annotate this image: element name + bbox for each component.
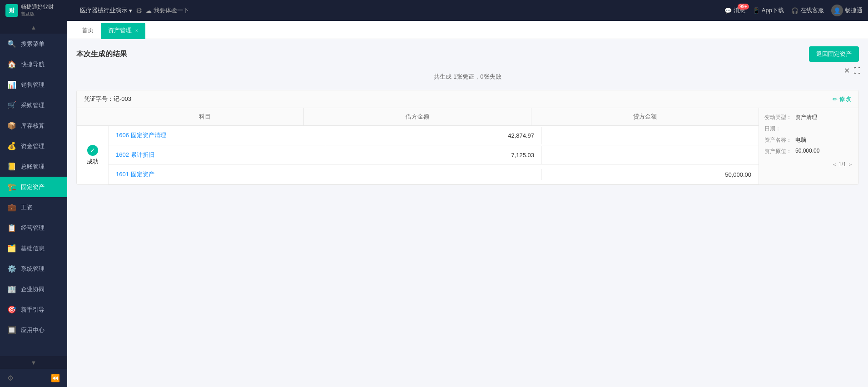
back-to-fixed-assets-button[interactable]: 返回固定资产	[809, 46, 859, 62]
table-header: 科目 借方金额 贷方金额	[77, 108, 759, 126]
logo-text: 畅捷通好业财	[21, 4, 54, 11]
voucher-table: 科目 借方金额 贷方金额 ✓ 成功 16	[77, 108, 858, 184]
debit-cell: 7,125.03	[325, 146, 542, 164]
expand-panel-button[interactable]: ⛶	[853, 67, 861, 75]
user-menu[interactable]: 👤 畅捷通	[831, 5, 863, 16]
home-icon: 🏠	[7, 60, 16, 69]
funds-icon: 💰	[7, 142, 16, 150]
messages-button[interactable]: 💬 消息 99+	[724, 6, 745, 15]
sidebar-item-enterprise[interactable]: 🏢 企业协同	[0, 279, 67, 299]
mobile-icon: 📱	[753, 7, 760, 14]
messages-badge: 99+	[738, 4, 749, 10]
salary-icon: 💼	[7, 203, 16, 212]
change-type-value: 资产清理	[795, 114, 817, 121]
edit-icon: ✏	[833, 96, 838, 103]
subject-cell[interactable]: 1606 固定资产清理	[109, 126, 325, 145]
sidebar-item-apps[interactable]: 🔲 应用中心	[0, 320, 67, 340]
sidebar-item-system[interactable]: ⚙️ 系统管理	[0, 258, 67, 279]
collapse-icon[interactable]: ⏪	[51, 374, 60, 382]
subject-cell[interactable]: 1601 固定资产	[109, 165, 325, 184]
asset-name-label: 资产名称：	[764, 136, 792, 144]
voucher-header: 凭证字号：记-003 ✏ 修改	[77, 90, 858, 108]
online-service-button[interactable]: 🎧 在线客服	[791, 6, 824, 15]
prev-page-icon[interactable]: ＜	[832, 161, 837, 168]
date-label: 日期：	[764, 125, 781, 133]
sidebar-scroll-down[interactable]: ▼	[0, 356, 67, 369]
sales-icon: 📊	[7, 80, 16, 89]
fixed-assets-icon: 🏗️	[7, 183, 16, 191]
headset-icon: 🎧	[791, 7, 799, 14]
page-info: 1/1	[838, 161, 848, 168]
gear-icon[interactable]: ⚙	[7, 374, 14, 382]
sidebar-scroll-up[interactable]: ▲	[0, 21, 67, 34]
sidebar-item-label: 总账管理	[21, 163, 45, 171]
sidebar-item-funds[interactable]: 💰 资金管理	[0, 136, 67, 156]
original-value-label: 资产原值：	[764, 148, 792, 155]
page-title: 本次生成的结果	[76, 50, 127, 59]
logo-sub: 普及版	[21, 11, 54, 17]
sidebar-item-ledger[interactable]: 📒 总账管理	[0, 156, 67, 177]
th-subject: 科目	[77, 108, 304, 125]
panel-controls: ✕ ⛶	[844, 66, 861, 75]
check-icon: ✓	[87, 145, 98, 156]
topbar-center: 医疗器械行业演示 ▾ ⚙ ☁ 我要体验一下	[73, 6, 724, 15]
sidebar-item-label: 新手引导	[21, 306, 45, 314]
sidebar-item-label: 采购管理	[21, 101, 45, 109]
page-header: 本次生成的结果 返回固定资产	[76, 46, 859, 62]
tab-close-icon[interactable]: ×	[135, 28, 138, 33]
sidebar-item-salary[interactable]: 💼 工资	[0, 197, 67, 218]
logo-icon: 财	[5, 4, 18, 17]
basic-icon: 🗂️	[7, 244, 16, 253]
voucher-row-3: 1601 固定资产 50,000.00	[109, 165, 759, 184]
user-name: 畅捷通	[845, 6, 863, 15]
sidebar-item-operations[interactable]: 📋 经营管理	[0, 218, 67, 238]
sidebar: ▲ 🔍 搜索菜单 🏠 快捷导航 📊 销售管理 🛒 采购管理 📦 库存核算	[0, 21, 67, 387]
trial-label: 我要体验一下	[154, 6, 189, 15]
tab-asset-management[interactable]: 资产管理 ×	[101, 23, 145, 39]
pagination: ＜ 1/1 ＞	[764, 161, 853, 169]
sidebar-item-quicknav[interactable]: 🏠 快捷导航	[0, 54, 67, 74]
sidebar-item-purchase[interactable]: 🛒 采购管理	[0, 95, 67, 115]
table-row: ✓ 成功 1606 固定资产清理 42,874.97 160	[77, 126, 759, 184]
voucher-row-2: 1602 累计折旧 7,125.03	[109, 145, 759, 165]
sidebar-item-guide[interactable]: 🎯 新手引导	[0, 299, 67, 320]
search-icon: 🔍	[7, 40, 16, 48]
sidebar-item-basic[interactable]: 🗂️ 基础信息	[0, 238, 67, 258]
success-label: 成功	[87, 158, 99, 166]
apps-icon: 🔲	[7, 326, 16, 334]
sidebar-item-fixed-assets[interactable]: 🏗️ 固定资产	[0, 177, 67, 197]
topbar-right: 💬 消息 99+ 📱 App下载 🎧 在线客服 👤 畅捷通	[724, 5, 863, 16]
company-name: 医疗器械行业演示	[80, 6, 127, 15]
company-selector[interactable]: 医疗器械行业演示 ▾	[80, 6, 132, 15]
th-debit: 借方金额	[304, 108, 531, 125]
th-credit: 贷方金额	[531, 108, 759, 125]
original-value-value: 50,000.00	[795, 148, 819, 155]
tab-bar: 首页 资产管理 ×	[67, 21, 868, 39]
sidebar-item-label: 搜索菜单	[21, 40, 45, 48]
subject-cell[interactable]: 1602 累计折旧	[109, 145, 325, 164]
trial-button[interactable]: ☁ 我要体验一下	[146, 6, 189, 15]
sidebar-item-label: 经营管理	[21, 224, 45, 232]
edit-label: 修改	[839, 95, 851, 103]
content-area: 首页 资产管理 × 本次生成的结果 返回固定资产 共生成 1张凭证，0张失败	[67, 21, 868, 387]
summary-row: 共生成 1张凭证，0张失败	[76, 69, 859, 84]
sidebar-item-label: 固定资产	[21, 183, 45, 191]
close-panel-button[interactable]: ✕	[844, 66, 850, 75]
chevron-down-icon: ▾	[129, 7, 132, 14]
sidebar-item-label: 资金管理	[21, 142, 45, 150]
voucher-row-1: 1606 固定资产清理 42,874.97	[109, 126, 759, 145]
voucher-card: 凭证字号：记-003 ✏ 修改 科目 借方金额 贷方金额	[76, 90, 859, 185]
edit-voucher-button[interactable]: ✏ 修改	[833, 95, 851, 103]
inventory-icon: 📦	[7, 121, 16, 130]
table-main: 科目 借方金额 贷方金额 ✓ 成功 16	[77, 108, 759, 184]
tab-asset-label: 资产管理	[108, 27, 132, 34]
app-download-button[interactable]: 📱 App下载	[753, 6, 784, 15]
settings-icon[interactable]: ⚙	[136, 6, 142, 15]
sidebar-item-inventory[interactable]: 📦 库存核算	[0, 115, 67, 136]
sidebar-item-sales[interactable]: 📊 销售管理	[0, 74, 67, 95]
main-layout: ▲ 🔍 搜索菜单 🏠 快捷导航 📊 销售管理 🛒 采购管理 📦 库存核算	[0, 21, 868, 387]
logo-text-block: 畅捷通好业财 普及版	[21, 4, 54, 17]
sidebar-item-search[interactable]: 🔍 搜索菜单	[0, 34, 67, 54]
next-page-icon[interactable]: ＞	[848, 161, 853, 168]
tab-home[interactable]: 首页	[74, 23, 101, 39]
